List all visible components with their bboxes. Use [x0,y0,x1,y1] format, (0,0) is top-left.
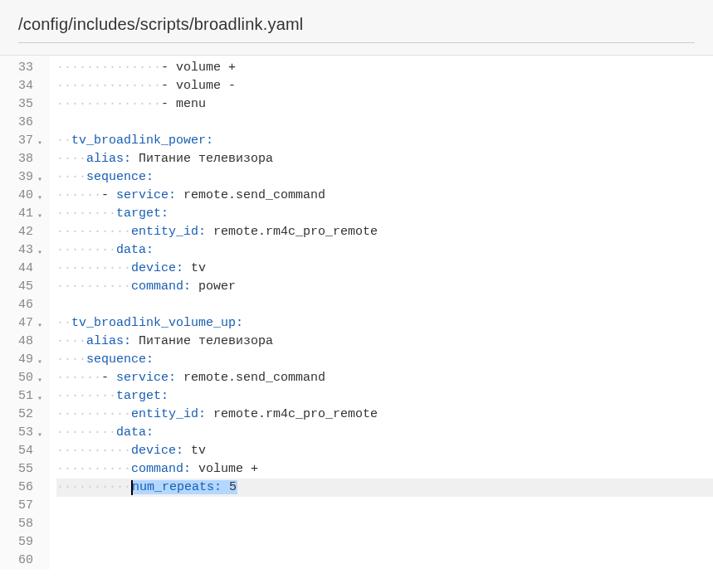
token-value: tv [183,444,206,458]
line-number[interactable]: 36 [0,114,45,132]
code-line[interactable]: ··········command: volume + [56,460,713,479]
code-line[interactable]: ··············- volume - [56,77,713,95]
line-number[interactable]: 51▾ [0,387,45,406]
indent-guide: ·· [56,134,71,148]
code-line[interactable]: ··············- volume + [56,59,713,77]
token-key: command: [131,462,191,476]
line-number[interactable]: 60 [0,552,45,570]
code-line[interactable]: ··········command: power [56,278,713,296]
code-line[interactable]: ··········device: tv [56,260,713,278]
token-value: remote.send_command [176,371,325,385]
text-cursor [131,480,133,495]
line-number[interactable]: 44 [0,260,45,278]
code-line[interactable] [56,296,713,314]
line-number[interactable]: 58 [0,515,45,533]
token-value: Питание телевизора [131,334,273,348]
code-line[interactable]: ········target: [56,387,713,406]
line-number[interactable]: 33 [0,59,45,77]
indent-guide: ·········· [56,279,131,294]
indent-guide: ·············· [56,79,161,93]
code-line[interactable]: ··tv_broadlink_volume_up: [56,314,713,333]
token-value: remote.rm4c_pro_remote [206,407,378,421]
code-line[interactable]: ··············- menu [56,95,713,114]
line-number[interactable]: 52 [0,406,45,424]
code-line[interactable]: ····sequence: [56,351,713,369]
code-line[interactable] [56,497,713,515]
code-line[interactable]: ··tv_broadlink_power: [56,132,713,150]
token-value: remote.send_command [176,188,325,202]
indent-guide: ·············· [56,61,161,75]
token-value: menu [176,97,206,111]
indent-guide: ·········· [56,462,131,476]
code-line[interactable]: ··········entity_id: remote.rm4c_pro_rem… [56,223,713,241]
code-line[interactable]: ········data: [56,241,713,260]
code-area[interactable]: ··············- volume +··············- … [50,56,713,570]
code-line[interactable]: ····sequence: [56,168,713,187]
token-value: volume + [176,61,236,75]
code-line[interactable]: ··········entity_id: remote.rm4c_pro_rem… [56,406,713,424]
token-dash: - [161,61,176,75]
token-value: remote.rm4c_pro_remote [206,225,378,239]
token-value: volume + [191,462,258,476]
line-number[interactable]: 50▾ [0,369,45,387]
token-key: data: [116,243,154,257]
line-number[interactable]: 35 [0,95,45,114]
code-line[interactable]: ········target: [56,205,713,223]
token-value: power [191,279,236,294]
token-key: tv_broadlink_volume_up: [71,316,243,330]
indent-guide: ·············· [56,97,161,111]
token-key: alias: [86,334,131,348]
line-number[interactable]: 56 [0,479,45,497]
line-number[interactable]: 54 [0,442,45,460]
line-gutter[interactable]: 3334353637▾3839▾40▾41▾4243▾44454647▾4849… [0,56,50,570]
code-editor[interactable]: 3334353637▾3839▾40▾41▾4243▾44454647▾4849… [0,56,713,570]
indent-guide: ···· [56,352,86,367]
token-key: device: [131,444,183,458]
line-number[interactable]: 48 [0,333,45,351]
file-path: /config/includes/scripts/broadlink.yaml [18,15,695,34]
token-key: entity_id: [131,407,206,421]
code-line[interactable]: ······- service: remote.send_command [56,187,713,205]
token-key: device: [131,261,183,275]
indent-guide: ···· [56,170,86,184]
code-line[interactable] [56,114,713,132]
code-line[interactable]: ··········device: tv [56,442,713,460]
token-key: num_repeats: [132,480,222,494]
line-number[interactable]: 42 [0,223,45,241]
code-line[interactable]: ········data: [56,424,713,442]
code-line[interactable]: ····alias: Питание телевизора [56,333,713,351]
line-number[interactable]: 34 [0,77,45,95]
token-dash: - [161,97,176,111]
line-number[interactable]: 47▾ [0,314,45,333]
code-line[interactable] [56,533,713,552]
indent-guide: ········ [56,243,116,257]
line-number[interactable]: 55 [0,460,45,479]
line-number[interactable]: 49▾ [0,351,45,369]
token-key: sequence: [86,170,154,184]
indent-guide: ·········· [56,407,131,421]
header-divider [18,42,695,43]
indent-guide: ·········· [56,444,131,458]
line-number[interactable]: 59 [0,533,45,552]
token-value: tv [183,261,206,275]
line-number[interactable]: 40▾ [0,187,45,205]
line-number[interactable]: 41▾ [0,205,45,223]
line-number[interactable]: 38 [0,150,45,168]
code-line[interactable]: ··········num_repeats: 5 [56,479,713,497]
indent-guide: ···· [56,152,86,166]
token-dash: - [161,79,176,93]
line-number[interactable]: 45 [0,278,45,296]
code-line[interactable] [56,515,713,533]
token-value: Питание телевизора [131,152,273,166]
token-key: data: [116,425,154,440]
line-number[interactable]: 46 [0,296,45,314]
line-number[interactable]: 39▾ [0,168,45,187]
code-line[interactable]: ······- service: remote.send_command [56,369,713,387]
line-number[interactable]: 57 [0,497,45,515]
line-number[interactable]: 43▾ [0,241,45,260]
token-key: service: [116,371,176,385]
line-number[interactable]: 53▾ [0,424,45,442]
code-line[interactable]: ····alias: Питание телевизора [56,150,713,168]
code-line[interactable] [56,552,713,570]
line-number[interactable]: 37▾ [0,132,45,150]
